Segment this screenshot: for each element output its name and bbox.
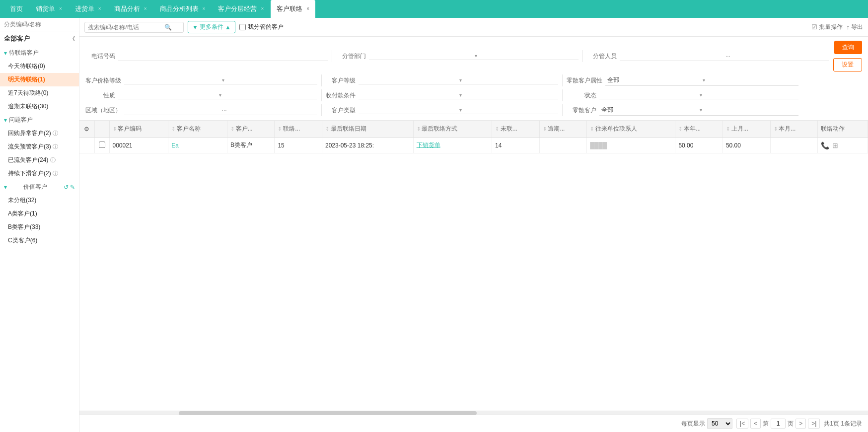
row-last-method[interactable]: 下销货单 (413, 138, 492, 153)
table-container: ⚙ 客户编码 客户名称 客户... 联络... 最后联络日期 最后联络方式 未联… (79, 121, 868, 411)
scrollbar-thumb[interactable] (179, 411, 477, 415)
filter-retail-customer-caret: ▾ (700, 107, 796, 113)
action-grid-icon[interactable]: ⊞ (832, 142, 838, 149)
row-contacts: 15 (275, 138, 322, 153)
filter-person-select[interactable]: ··· (620, 52, 829, 61)
col-customer-name[interactable]: 客户名称 (168, 121, 227, 138)
col-this-month[interactable]: 本月... (770, 121, 818, 138)
toolbar-right: ☑ 批量操作 ↑ 导出 (811, 23, 864, 31)
footer: 每页显示 50 100 200 |< < 第 页 > >| 共1页 1条记录 (79, 415, 868, 432)
close-customer-contact-icon[interactable]: × (306, 0, 309, 18)
col-last-method[interactable]: 最后联络方式 (413, 121, 492, 138)
main-search-input[interactable] (88, 24, 162, 31)
filter-nature: 性质 ▾ (85, 91, 317, 100)
col-overdue[interactable]: 逾期... (539, 121, 587, 138)
col-customer-code[interactable]: 客户编码 (109, 121, 168, 138)
page-input[interactable] (771, 419, 786, 429)
sidebar-group-value[interactable]: 价值客户 ↺ ✎ (0, 180, 79, 194)
last-method-link[interactable]: 下销货单 (417, 142, 440, 148)
filter-price-grade-select[interactable]: ▾ (124, 76, 317, 84)
sidebar-item-overdue[interactable]: 逾期未联络(30) (0, 100, 79, 113)
sidebar-item-ungrouped[interactable]: 未分组(32) (0, 194, 79, 207)
filter-nature-select[interactable]: ▾ (118, 91, 317, 99)
col-last-date[interactable]: 最后联络日期 (322, 121, 414, 138)
col-contact-person[interactable]: 往来单位联系人 (587, 121, 675, 138)
sidebar-item-7days[interactable]: 近7天待联络(0) (0, 86, 79, 100)
row-check[interactable] (94, 138, 109, 153)
filter-customer-type-select[interactable]: ▾ (359, 106, 558, 114)
filter-phone-input[interactable] (118, 52, 328, 61)
last-page-btn[interactable]: >| (808, 419, 820, 429)
my-customers-checkbox-label[interactable]: 我分管的客户 (239, 23, 284, 31)
sidebar-item-churn-warning[interactable]: 流失预警客户(3) ⓘ (0, 140, 79, 153)
sidebar-item-today[interactable]: 今天待联络(0) (0, 60, 79, 73)
query-button[interactable]: 查询 (834, 41, 862, 54)
filter-dept-label: 分管部门 (336, 52, 366, 61)
filter-dept-select[interactable]: ▾ (369, 52, 579, 60)
nav-product-analysis-list[interactable]: 商品分析列表 × (154, 0, 212, 18)
row-checkbox[interactable] (99, 142, 105, 148)
filter-nature-label: 性质 (85, 91, 115, 100)
nav-customer-contact[interactable]: 客户联络 × (271, 0, 315, 18)
main-search-icon[interactable]: 🔍 (164, 24, 172, 31)
filter-price-grade-caret: ▾ (222, 77, 316, 83)
close-customer-layered-icon[interactable]: × (261, 0, 264, 18)
col-action: 联络动作 (818, 121, 868, 138)
row-name[interactable]: Ea (168, 138, 227, 153)
nav-purchase-order[interactable]: 进货单 × (69, 0, 107, 18)
sidebar-all-customers[interactable]: 全部客户 《 (0, 31, 79, 46)
filter-caret: ▲ (225, 24, 231, 31)
nav-customer-layered[interactable]: 客户分层经营 × (212, 0, 270, 18)
sidebar-item-class-c[interactable]: C类客户(6) (0, 234, 79, 247)
first-page-btn[interactable]: |< (736, 419, 748, 429)
pagesize-select[interactable]: 50 100 200 (707, 418, 732, 429)
sidebar-item-declining[interactable]: 持续下滑客户(2) ⓘ (0, 167, 79, 180)
close-sales-order-icon[interactable]: × (59, 0, 62, 18)
filter-payment-select[interactable]: ▾ (359, 91, 558, 99)
total-records: 共1页 1条记录 (824, 420, 862, 428)
nav-sales-order[interactable]: 销货单 × (30, 0, 68, 18)
filter-status-select[interactable]: ▾ (599, 91, 798, 99)
sidebar-search-input[interactable] (4, 21, 78, 28)
filter-customer-grade-select[interactable]: ▾ (359, 76, 558, 84)
col-unlinked[interactable]: 未联... (492, 121, 540, 138)
col-customer-type[interactable]: 客户... (227, 121, 275, 138)
next-page-btn[interactable]: > (796, 419, 806, 429)
filter-region-select[interactable]: ··· (124, 106, 317, 115)
toolbar: 🔍 ▼ 更多条件 ▲ 我分管的客户 ☑ 批量操作 ↑ 导出 (79, 18, 868, 37)
batch-operation-btn[interactable]: ☑ 批量操作 (811, 23, 843, 31)
filter-region: 区域（地区） ··· (85, 106, 317, 115)
sidebar-group-problem[interactable]: 问题客户 (0, 113, 79, 127)
filter-payment: 收付款条件 ▾ (326, 91, 558, 100)
sidebar-item-tomorrow[interactable]: 明天待联络(1) (0, 73, 79, 86)
close-product-analysis-icon[interactable]: × (144, 0, 147, 18)
filter-status-label: 状态 (567, 91, 596, 100)
my-customers-checkbox[interactable] (239, 24, 246, 30)
nav-home[interactable]: 首页 (4, 0, 29, 18)
close-product-analysis-list-icon[interactable]: × (203, 0, 206, 18)
action-phone-icon[interactable]: 📞 (821, 142, 829, 149)
col-year-amount[interactable]: 本年... (675, 121, 723, 138)
sidebar-item-class-b[interactable]: B类客户(33) (0, 220, 79, 234)
sidebar-group-pending[interactable]: 待联络客户 (0, 46, 79, 60)
filter-region-label: 区域（地区） (85, 106, 121, 115)
col-last-month[interactable]: 上月... (723, 121, 770, 138)
settings-button[interactable]: 设置 (833, 58, 862, 72)
col-contacts[interactable]: 联络... (275, 121, 322, 138)
sidebar-item-churned[interactable]: 已流失客户(24) ⓘ (0, 153, 79, 167)
value-group-icons: ↺ ✎ (64, 184, 75, 191)
sidebar-item-class-a[interactable]: A类客户(1) (0, 207, 79, 220)
filter-more-btn[interactable]: ▼ 更多条件 ▲ (188, 21, 235, 33)
close-purchase-order-icon[interactable]: × (98, 0, 101, 18)
prev-page-btn[interactable]: < (750, 419, 761, 429)
horizontal-scrollbar[interactable] (79, 411, 868, 415)
filter-retail-attr-select[interactable]: 全部 ▾ (605, 75, 798, 86)
col-check (94, 121, 109, 138)
col-settings[interactable]: ⚙ (79, 121, 94, 138)
export-icon: ↑ (847, 23, 850, 31)
filter-retail-customer-select[interactable]: 全部 ▾ (599, 105, 798, 116)
export-btn[interactable]: ↑ 导出 (847, 23, 864, 31)
nav-product-analysis[interactable]: 商品分析 × (108, 0, 153, 18)
sidebar-item-repurchase-abnormal[interactable]: 回购异常客户(2) ⓘ (0, 127, 79, 140)
customers-table: ⚙ 客户编码 客户名称 客户... 联络... 最后联络日期 最后联络方式 未联… (79, 121, 868, 153)
